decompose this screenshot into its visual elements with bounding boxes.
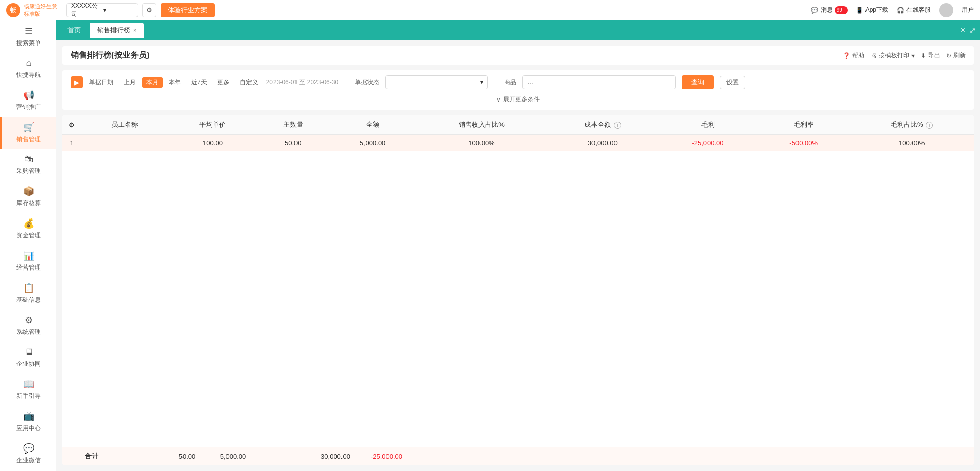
table-header-row: ⚙ 员工名称 平均单价 主数量 全额 销售收入占比% 成本全额 i 毛利 毛利率… [62, 115, 974, 135]
sidebar-item-collab[interactable]: 🖥 企业协同 [0, 342, 56, 373]
filter-collapse-button[interactable]: ▶ [71, 76, 83, 88]
th-name: 员工名称 [81, 115, 169, 135]
sales-table: ⚙ 员工名称 平均单价 主数量 全额 销售收入占比% 成本全额 i 毛利 毛利率… [62, 115, 974, 151]
sidebar-item-sales[interactable]: 🛒 销售管理 [0, 117, 56, 149]
footer-total-label: 合计 [85, 452, 126, 461]
date-tab-last-month[interactable]: 上月 [120, 77, 140, 88]
footer-quantity: 50.00 [167, 453, 208, 460]
sidebar-item-search[interactable]: ☰ 搜索菜单 [0, 20, 56, 53]
footer-amount: 5,000.00 [208, 453, 259, 460]
sidebar-item-finance[interactable]: 💰 资金管理 [0, 213, 56, 245]
window-expand-button[interactable]: ⤢ [969, 26, 976, 35]
date-tab-this-month[interactable]: 本月 [142, 77, 163, 88]
date-tabs: 上月 本月 本年 近7天 更多 自定义 2023-06-01 至 2023-06… [120, 77, 338, 88]
cell-gross-rate: -500.00% [758, 135, 850, 151]
export-button[interactable]: ⬇ 导出 [921, 51, 940, 60]
content-area: 首页 销售排行榜 × × ⤢ 销售排行榜(按业务员) ❓ 帮助 [56, 20, 980, 471]
refresh-button[interactable]: ↻ 刷新 [946, 51, 966, 60]
home-icon: ⌂ [26, 58, 32, 69]
expand-chevron-icon: ∨ [496, 96, 501, 103]
sidebar-item-nav[interactable]: ⌂ 快捷导航 [0, 53, 56, 84]
management-icon: 📊 [23, 250, 34, 261]
sidebar-item-system[interactable]: ⚙ 系统管理 [0, 309, 56, 342]
filter-row-1: ▶ 单据日期 上月 本月 本年 近7天 更多 自定义 2023-06-01 至 … [71, 75, 966, 89]
inventory-icon: 📦 [23, 186, 34, 197]
th-amount: 全额 [330, 115, 416, 135]
cost-info-icon[interactable]: i [614, 122, 621, 129]
message-button[interactable]: 💬 消息 99+ [811, 6, 848, 14]
date-tab-custom[interactable]: 自定义 [236, 77, 262, 88]
table-container: ⚙ 员工名称 平均单价 主数量 全额 销售收入占比% 成本全额 i 毛利 毛利率… [62, 115, 974, 465]
th-gross-pct: 毛利占比% i [850, 115, 974, 135]
page-actions: ❓ 帮助 🖨 按模板打印 ▾ ⬇ 导出 ↻ 刷新 [842, 51, 966, 60]
tab-bar: 首页 销售排行榜 × × ⤢ [56, 20, 980, 40]
gear-icon: ⚙ [146, 6, 152, 14]
settings-button[interactable]: ⚙ [142, 3, 156, 17]
status-chevron-icon: ▾ [480, 79, 483, 86]
export-icon: ⬇ [921, 52, 926, 59]
date-tab-7days[interactable]: 近7天 [187, 77, 211, 88]
system-icon: ⚙ [25, 315, 33, 326]
table-empty-space [62, 151, 974, 447]
print-button[interactable]: 🖨 按模板打印 ▾ [871, 51, 915, 60]
logo-area: 畅 畅康通好生意 标准版 [6, 3, 62, 17]
table-footer: 合计 50.00 5,000.00 30,000.00 -25,000.00 [62, 447, 974, 465]
goods-select[interactable]: … [522, 75, 676, 89]
wechat-icon: 💬 [23, 443, 34, 454]
guide-icon: 📖 [23, 378, 34, 390]
sidebar-item-guide[interactable]: 📖 新手引导 [0, 373, 56, 406]
sidebar: ☰ 搜索菜单 ⌂ 快捷导航 📢 营销推广 🛒 销售管理 🛍 采购管理 📦 库存核… [0, 20, 56, 471]
download-icon: 📱 [856, 7, 863, 14]
tab-home[interactable]: 首页 [60, 23, 88, 38]
sidebar-item-wechat[interactable]: 💬 企业微信 [0, 438, 56, 470]
tab-close-icon[interactable]: × [133, 27, 136, 33]
message-icon: 💬 [811, 7, 818, 14]
page-content: 销售排行榜(按业务员) ❓ 帮助 🖨 按模板打印 ▾ ⬇ 导出 [56, 40, 980, 471]
status-select[interactable]: ▾ [385, 75, 488, 89]
cell-avg-price: 100.00 [169, 135, 257, 151]
refresh-icon: ↻ [946, 52, 951, 59]
date-tab-this-year[interactable]: 本年 [165, 77, 185, 88]
date-label: 单据日期 [89, 78, 113, 87]
tab-sales-ranking[interactable]: 销售排行榜 × [90, 23, 144, 38]
finance-icon: 💰 [23, 218, 34, 229]
print-icon: 🖨 [871, 52, 877, 59]
sidebar-item-basic-info[interactable]: 📋 基础信息 [0, 277, 56, 309]
filter-bar: ▶ 单据日期 上月 本月 本年 近7天 更多 自定义 2023-06-01 至 … [62, 70, 974, 110]
sidebar-item-purchase[interactable]: 🛍 采购管理 [0, 149, 56, 181]
expand-row[interactable]: ∨ 展开更多条件 [71, 94, 966, 105]
message-badge: 99+ [835, 6, 848, 14]
cell-gross: -25,000.00 [658, 135, 758, 151]
print-chevron-icon: ▾ [911, 52, 915, 59]
date-tab-more[interactable]: 更多 [213, 77, 234, 88]
search-menu-icon: ☰ [25, 26, 33, 37]
sidebar-item-management[interactable]: 📊 经营管理 [0, 245, 56, 277]
table-body: 1 100.00 50.00 5,000.00 100.00% 30,000.0… [62, 135, 974, 151]
th-sales-pct: 销售收入占比% [416, 115, 548, 135]
window-close-button[interactable]: × [961, 26, 965, 35]
sidebar-item-inventory[interactable]: 📦 库存核算 [0, 181, 56, 213]
settings-button-filter[interactable]: 设置 [720, 76, 745, 89]
cell-cost: 30,000.00 [548, 135, 658, 151]
page-title: 销售排行榜(按业务员) [71, 50, 150, 61]
help-icon: ❓ [842, 52, 850, 59]
company-selector[interactable]: XXXXX公司 ▾ [66, 3, 138, 17]
th-quantity: 主数量 [257, 115, 330, 135]
help-button[interactable]: ❓ 帮助 [842, 51, 864, 60]
basic-info-icon: 📋 [23, 282, 34, 294]
avatar[interactable] [939, 3, 953, 17]
marketing-icon: 📢 [23, 89, 34, 101]
app-download-button[interactable]: 📱 App下载 [856, 6, 888, 14]
th-gross-rate: 毛利率 [758, 115, 850, 135]
th-settings[interactable]: ⚙ [62, 115, 81, 135]
sidebar-item-app-center[interactable]: 📺 应用中心 [0, 406, 56, 438]
sidebar-item-marketing[interactable]: 📢 营销推广 [0, 84, 56, 117]
collab-icon: 🖥 [24, 347, 33, 357]
logo-icon: 畅 [6, 3, 20, 17]
trial-button[interactable]: 体验行业方案 [161, 3, 215, 17]
sales-icon: 🛒 [23, 122, 34, 133]
cell-gross-pct: 100.00% [850, 135, 974, 151]
online-service-button[interactable]: 🎧 在线客服 [897, 6, 931, 14]
gross-pct-info-icon[interactable]: i [926, 122, 933, 129]
query-button[interactable]: 查询 [682, 75, 714, 89]
